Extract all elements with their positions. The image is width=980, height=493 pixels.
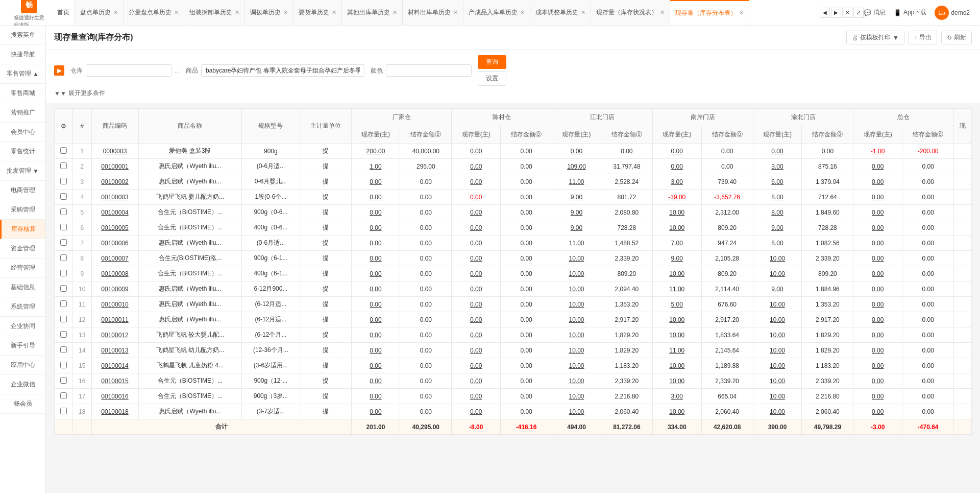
tab-6[interactable]: 其他出库单历史✕ bbox=[342, 0, 403, 25]
cell-jb-qty[interactable]: 10.00 bbox=[552, 373, 601, 389]
cell-total-qty[interactable]: 0.00 bbox=[853, 389, 902, 404]
row-checkbox[interactable] bbox=[60, 300, 67, 307]
row-checkbox[interactable] bbox=[60, 254, 67, 261]
cell-cj-qty[interactable]: 0.00 bbox=[351, 327, 400, 343]
sidebar-item-retail-mgmt[interactable]: 零售管理 ▲ bbox=[0, 64, 45, 84]
cell-cj-qty[interactable]: 0.00 bbox=[351, 236, 400, 251]
setting-button[interactable]: 设置 bbox=[478, 71, 506, 86]
cell-cj-qty[interactable]: 0.00 bbox=[351, 266, 400, 281]
cell-yb-qty[interactable]: 10.00 bbox=[753, 266, 802, 281]
sidebar-item-member2[interactable]: 畅会员 bbox=[0, 394, 45, 414]
cell-cj-qty[interactable]: 0.00 bbox=[351, 404, 400, 419]
cell-na-qty[interactable]: 0.00 bbox=[652, 144, 701, 159]
tab-8[interactable]: 产成品入库单历史✕ bbox=[463, 0, 530, 25]
close-tab-2[interactable]: ✕ bbox=[174, 9, 179, 16]
close-tab-1[interactable]: ✕ bbox=[113, 9, 118, 16]
cell-checkbox[interactable] bbox=[55, 220, 73, 236]
cell-total-qty[interactable]: 0.00 bbox=[853, 159, 902, 174]
cell-code[interactable]: 00100015 bbox=[91, 373, 138, 389]
cell-jb-qty[interactable]: 9.00 bbox=[552, 220, 601, 236]
cell-total-qty[interactable]: 0.00 bbox=[853, 358, 902, 373]
cell-cj-qty[interactable]: 0.00 bbox=[351, 205, 400, 220]
row-checkbox[interactable] bbox=[60, 362, 67, 368]
cell-checkbox[interactable] bbox=[55, 312, 73, 327]
tab-home[interactable]: 首页 bbox=[52, 0, 75, 25]
close-tab-4[interactable]: ✕ bbox=[283, 9, 288, 16]
cell-code[interactable]: 00100009 bbox=[91, 281, 138, 297]
cell-na-qty[interactable]: 9.00 bbox=[652, 251, 701, 266]
sidebar-item-member[interactable]: 会员中心 bbox=[0, 123, 45, 142]
sidebar-item-inventory[interactable]: 库存核算 bbox=[0, 220, 45, 239]
cell-jb-qty[interactable]: 10.00 bbox=[552, 343, 601, 358]
row-checkbox[interactable] bbox=[60, 346, 67, 353]
nav-next[interactable]: ▶ bbox=[831, 8, 841, 18]
cell-checkbox[interactable] bbox=[55, 174, 73, 190]
cell-checkbox[interactable] bbox=[55, 236, 73, 251]
cell-cc-qty[interactable]: 0.00 bbox=[452, 266, 501, 281]
cell-checkbox[interactable] bbox=[55, 190, 73, 205]
close-tab-6[interactable]: ✕ bbox=[393, 9, 397, 16]
cell-na-qty[interactable]: 11.00 bbox=[652, 343, 701, 358]
cell-code[interactable]: 00100004 bbox=[91, 205, 138, 220]
cell-na-qty[interactable]: 10.00 bbox=[652, 404, 701, 419]
cell-checkbox[interactable] bbox=[55, 297, 73, 312]
cell-jb-qty[interactable]: 11.00 bbox=[552, 236, 601, 251]
tab-1[interactable]: 盘点单历史✕ bbox=[75, 0, 124, 25]
sidebar-item-finance[interactable]: 资金管理 bbox=[0, 239, 45, 259]
close-tab-3[interactable]: ✕ bbox=[235, 9, 239, 16]
cell-na-qty[interactable]: 7.00 bbox=[652, 236, 701, 251]
cell-jb-qty[interactable]: 11.00 bbox=[552, 174, 601, 190]
cell-cc-qty[interactable]: 0.00 bbox=[452, 358, 501, 373]
tab-4[interactable]: 调拨单历史✕ bbox=[245, 0, 293, 25]
cell-na-qty[interactable]: 10.00 bbox=[652, 327, 701, 343]
cell-cc-qty[interactable]: 0.00 bbox=[452, 144, 501, 159]
sidebar-item-purchase[interactable]: 采购管理 bbox=[0, 200, 45, 220]
cell-jb-qty[interactable]: 10.00 bbox=[552, 251, 601, 266]
tab-9[interactable]: 成本调整单历史✕ bbox=[530, 0, 591, 25]
cell-code[interactable]: 00100014 bbox=[91, 358, 138, 373]
cell-cc-qty[interactable]: 0.00 bbox=[452, 159, 501, 174]
filter-toggle[interactable]: ▶ bbox=[54, 65, 64, 76]
cell-cc-qty[interactable]: 0.00 bbox=[452, 312, 501, 327]
sidebar-item-retail-stats[interactable]: 零售统计 bbox=[0, 142, 45, 161]
row-checkbox[interactable] bbox=[60, 377, 67, 384]
cell-cj-qty[interactable]: 0.00 bbox=[351, 174, 400, 190]
close-tab-5[interactable]: ✕ bbox=[332, 9, 336, 16]
cell-checkbox[interactable] bbox=[55, 343, 73, 358]
cell-yb-qty[interactable]: 10.00 bbox=[753, 297, 802, 312]
cell-cc-qty[interactable]: 0.00 bbox=[452, 174, 501, 190]
cell-jb-qty[interactable]: 9.00 bbox=[552, 205, 601, 220]
product-input[interactable] bbox=[201, 64, 364, 77]
row-checkbox[interactable] bbox=[60, 392, 67, 399]
cell-yb-qty[interactable]: 9.00 bbox=[753, 281, 802, 297]
cell-code[interactable]: 00100012 bbox=[91, 327, 138, 343]
cell-code[interactable]: 00100010 bbox=[91, 297, 138, 312]
nav-expand[interactable]: ⤢ bbox=[853, 8, 864, 18]
cell-checkbox[interactable] bbox=[55, 159, 73, 174]
cell-total-qty[interactable]: 0.00 bbox=[853, 190, 902, 205]
close-tab-9[interactable]: ✕ bbox=[581, 9, 585, 16]
cell-na-qty[interactable]: 10.00 bbox=[652, 373, 701, 389]
cell-jb-qty[interactable]: 0.00 bbox=[552, 144, 601, 159]
export-button[interactable]: ↑ 导出 bbox=[909, 31, 937, 44]
row-checkbox[interactable] bbox=[60, 224, 67, 230]
cell-code[interactable]: 00100002 bbox=[91, 174, 138, 190]
cell-cj-qty[interactable]: 0.00 bbox=[351, 358, 400, 373]
cell-code[interactable]: 00100016 bbox=[91, 389, 138, 404]
row-checkbox[interactable] bbox=[60, 285, 67, 292]
cell-total-qty[interactable]: 0.00 bbox=[853, 174, 902, 190]
nav-close[interactable]: ✕ bbox=[842, 8, 852, 18]
sidebar-item-marketing[interactable]: 营销推广 bbox=[0, 103, 45, 123]
close-tab-8[interactable]: ✕ bbox=[520, 9, 525, 16]
cell-yb-qty[interactable]: 10.00 bbox=[753, 373, 802, 389]
cell-cc-qty[interactable]: 0.00 bbox=[452, 190, 501, 205]
cell-yb-qty[interactable]: 6.00 bbox=[753, 174, 802, 190]
query-button[interactable]: 查询 bbox=[478, 55, 506, 69]
cell-na-qty[interactable]: 5.00 bbox=[652, 297, 701, 312]
cell-jb-qty[interactable]: 10.00 bbox=[552, 404, 601, 419]
row-checkbox[interactable] bbox=[60, 316, 67, 322]
cell-total-qty[interactable]: 0.00 bbox=[853, 220, 902, 236]
cell-yb-qty[interactable]: 10.00 bbox=[753, 312, 802, 327]
cell-cc-qty[interactable]: 0.00 bbox=[452, 281, 501, 297]
cell-code[interactable]: 00100007 bbox=[91, 251, 138, 266]
